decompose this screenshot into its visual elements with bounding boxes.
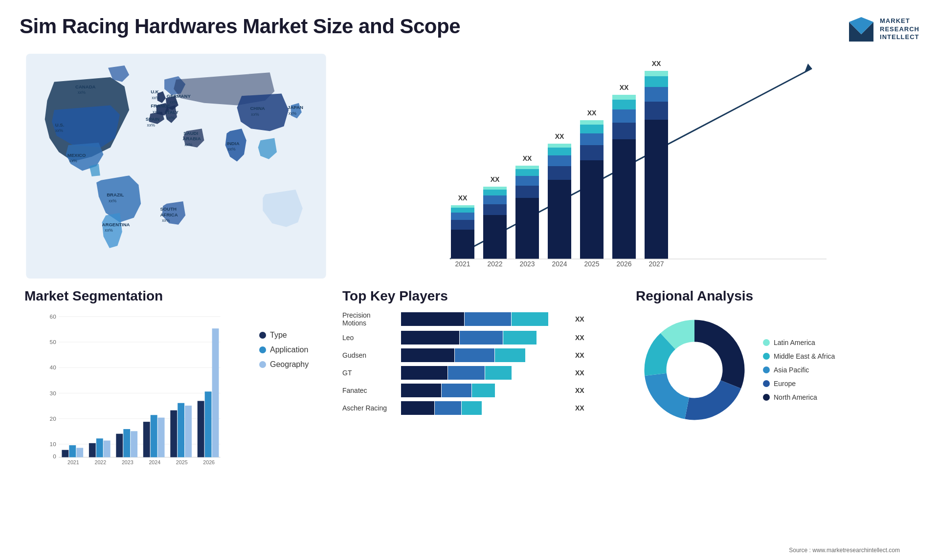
player-xx-gt: XX: [575, 369, 584, 377]
svg-rect-16: [483, 187, 507, 190]
svg-text:2023: 2023: [122, 459, 134, 465]
svg-rect-30: [548, 144, 571, 148]
svg-text:2025: 2025: [176, 459, 188, 465]
seg-chart-container: 60 50 40 30 20 10 0: [24, 311, 328, 468]
reg-label-asia: Asia Pacific: [774, 366, 809, 374]
svg-rect-35: [580, 133, 604, 145]
reg-item-europe: Europe: [763, 380, 835, 388]
seg-bar-chart: 60 50 40 30 20 10 0: [24, 311, 249, 468]
player-xx-gudsen: XX: [575, 351, 584, 359]
reg-label-latin: Latin America: [774, 339, 815, 346]
player-bar-precision: [401, 312, 567, 326]
svg-text:2027: 2027: [648, 260, 664, 268]
logo-area: MARKETRESEARCHINTELLECT: [847, 15, 919, 44]
player-row-ascher: Ascher Racing XX: [342, 401, 616, 415]
legend-type: Type: [259, 331, 328, 340]
player-xx-fanatec: XX: [575, 387, 584, 394]
svg-rect-14: [483, 195, 507, 204]
main-content: CANADA xx% U.S. xx% MEXICO xx% BRAZIL xx…: [0, 49, 939, 528]
reg-item-latin: Latin America: [763, 339, 835, 346]
map-label-brazil: BRAZIL: [107, 192, 124, 197]
map-sub-china: xx%: [251, 112, 259, 117]
player-row-fanatec: Fanatec XX: [342, 384, 616, 397]
svg-rect-44: [612, 95, 636, 100]
svg-text:0: 0: [53, 453, 56, 459]
svg-rect-43: [612, 100, 636, 109]
header: Sim Racing Hardwares Market Size and Sco…: [0, 0, 939, 49]
player-xx-leo: XX: [575, 334, 584, 342]
map-sub-japan: xx%: [289, 111, 297, 116]
svg-rect-12: [483, 215, 507, 259]
svg-rect-87: [185, 406, 192, 457]
source-text: Source : www.marketresearchintellect.com: [789, 547, 919, 556]
svg-rect-86: [178, 403, 184, 457]
players-list: PrecisionMotions XX Leo XX: [342, 311, 616, 415]
svg-rect-28: [548, 155, 571, 166]
svg-rect-85: [170, 410, 177, 457]
svg-text:2025: 2025: [584, 260, 599, 268]
svg-rect-82: [151, 415, 157, 457]
player-name-fanatec: Fanatec: [342, 387, 396, 394]
page-title: Sim Racing Hardwares Market Size and Sco…: [20, 15, 460, 38]
svg-rect-50: [645, 76, 668, 87]
world-map: CANADA xx% U.S. xx% MEXICO xx% BRAZIL xx…: [24, 54, 328, 279]
regional-section: Regional Analysis: [626, 283, 919, 528]
segmentation-title: Market Segmentation: [24, 288, 328, 304]
player-bar-gudsen: [401, 348, 567, 362]
map-sub-canada: xx%: [78, 90, 86, 95]
reg-item-na: North America: [763, 393, 835, 401]
legend-label-application: Application: [270, 345, 308, 354]
map-label-spain: SPAIN: [146, 116, 160, 122]
svg-rect-49: [645, 87, 668, 102]
svg-rect-73: [89, 443, 96, 457]
map-sub-mexico: xx%: [69, 158, 78, 163]
legend-label-type: Type: [270, 331, 287, 340]
svg-rect-7: [451, 213, 474, 220]
svg-rect-8: [451, 208, 474, 213]
legend-geography: Geography: [259, 360, 328, 369]
map-label-japan: JAPAN: [288, 105, 303, 110]
svg-rect-40: [612, 139, 636, 259]
logo-box: MARKETRESEARCHINTELLECT: [847, 15, 919, 44]
svg-rect-47: [645, 120, 668, 259]
svg-rect-83: [158, 418, 165, 457]
reg-dot-latin: [763, 339, 770, 346]
legend-dot-geography: [259, 361, 266, 368]
svg-text:XX: XX: [652, 60, 661, 67]
player-name-precision: PrecisionMotions: [342, 311, 396, 327]
svg-rect-89: [198, 401, 204, 457]
svg-text:2021: 2021: [455, 260, 470, 268]
map-sub-us: xx%: [55, 128, 64, 133]
svg-text:2021: 2021: [67, 459, 79, 465]
svg-rect-13: [483, 204, 507, 215]
logo-icon: [847, 15, 876, 44]
svg-text:XX: XX: [458, 194, 468, 202]
svg-rect-36: [580, 125, 604, 133]
reg-dot-na: [763, 394, 770, 401]
svg-point-98: [669, 345, 720, 395]
svg-rect-81: [143, 422, 150, 457]
key-players-title: Top Key Players: [342, 288, 616, 304]
svg-rect-71: [76, 448, 83, 457]
player-name-gt: GT: [342, 369, 396, 377]
map-label-india: INDIA: [227, 141, 240, 146]
bar-chart: XX 2021 XX 2022 XX 2023 XX 20: [342, 54, 910, 279]
map-label-germany: GERMANY: [167, 93, 191, 99]
map-section: CANADA xx% U.S. xx% MEXICO xx% BRAZIL xx…: [20, 49, 333, 283]
svg-text:40: 40: [50, 364, 57, 370]
player-xx-ascher: XX: [575, 404, 584, 412]
player-row-gudsen: Gudsen XX: [342, 348, 616, 362]
svg-text:2023: 2023: [519, 260, 535, 268]
donut-svg: [636, 311, 753, 429]
svg-rect-77: [116, 434, 123, 457]
map-label-france: FRANCE: [151, 103, 171, 108]
map-sub-spain: xx%: [147, 123, 156, 128]
map-label-uk: U.K.: [151, 89, 160, 94]
bar-chart-section: XX 2021 XX 2022 XX 2023 XX 20: [333, 49, 919, 283]
svg-rect-20: [515, 186, 539, 198]
svg-rect-75: [104, 441, 111, 457]
svg-text:XX: XX: [587, 109, 597, 117]
svg-rect-78: [123, 429, 130, 457]
map-sub-india: xx%: [227, 147, 236, 151]
player-name-ascher: Ascher Racing: [342, 404, 396, 412]
